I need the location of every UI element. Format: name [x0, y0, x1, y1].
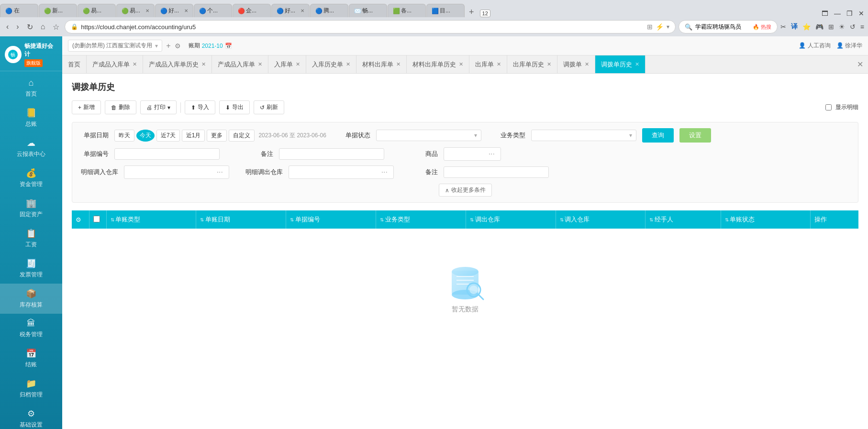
page-tab-mat-out[interactable]: 材料出库单 ✕	[356, 55, 407, 74]
user-service-link[interactable]: 👤 人工咨询	[799, 42, 830, 50]
scissors-icon[interactable]: ✂	[780, 23, 786, 31]
bookmark-button[interactable]: ☆	[50, 22, 62, 33]
brightness-icon[interactable]: ☀	[839, 23, 845, 31]
page-tab-prod-in-hist-close[interactable]: ✕	[201, 61, 206, 67]
th-checkbox[interactable]	[89, 210, 106, 229]
sidebar-item-closing[interactable]: 📅 结账	[0, 343, 62, 374]
export-button[interactable]: ⬇ 导出	[219, 100, 250, 114]
calendar-icon[interactable]: 📅	[225, 43, 232, 49]
week-btn[interactable]: 近7天	[156, 130, 180, 142]
month-btn[interactable]: 近1月	[182, 130, 205, 142]
th-status[interactable]: ⇅ 单账状态	[721, 210, 811, 229]
page-tab-mat-out-hist-close[interactable]: ✕	[459, 61, 463, 67]
order-no-input[interactable]	[114, 148, 220, 160]
goods-dots[interactable]: ···	[487, 150, 497, 158]
undo-icon[interactable]: ↺	[850, 23, 856, 31]
new-button[interactable]: + 新增	[72, 100, 101, 114]
sidebar-item-settings[interactable]: ⚙ 基础设置	[0, 404, 62, 429]
restore-icon[interactable]: 🗖	[822, 10, 828, 17]
sidebar-item-fund[interactable]: 💰 资金管理	[0, 163, 62, 193]
status-select[interactable]: ▾	[376, 130, 481, 141]
browser-tab-3[interactable]: 🟢 易...	[78, 4, 116, 17]
detail-out-dots[interactable]: ···	[379, 168, 389, 176]
detail-out-select[interactable]: ···	[289, 165, 394, 179]
page-tab-prod-in[interactable]: 产成品入库单 ✕	[87, 55, 143, 74]
search-input[interactable]	[695, 23, 753, 30]
sidebar-item-report[interactable]: ☁ 云报表中心	[0, 133, 62, 163]
page-tab-in-hist-close[interactable]: ✕	[346, 61, 350, 67]
page-tab-prod-in2-close[interactable]: ✕	[258, 61, 262, 67]
th-date[interactable]: ⇅ 单账日期	[196, 210, 286, 229]
th-gear[interactable]: ⚙	[72, 210, 89, 229]
tab-close-5[interactable]: ✕	[182, 8, 188, 13]
detail-in-select[interactable]: ···	[124, 165, 229, 179]
query-button[interactable]: 查询	[642, 128, 674, 143]
page-tab-in-hist[interactable]: 入库历史单 ✕	[306, 55, 356, 74]
browser-tab-11[interactable]: 🟩 各...	[388, 4, 426, 17]
import-button[interactable]: ⬆ 导入	[185, 100, 215, 114]
th-handler[interactable]: ⇅ 经手人	[645, 210, 721, 229]
custom-btn[interactable]: 自定义	[229, 130, 255, 142]
company-selector[interactable]: (勿删勿禁用) 江西服宝测试专用 ▾	[68, 40, 162, 52]
page-tab-mat-out-hist[interactable]: 材料出库单历史 ✕	[407, 55, 469, 74]
goods-select[interactable]: ···	[444, 147, 501, 161]
settings-button[interactable]: ⚙	[175, 42, 181, 50]
yesterday-btn[interactable]: 昨天	[114, 130, 134, 142]
remark-input[interactable]	[279, 148, 384, 160]
sidebar-item-salary[interactable]: 📋 工资	[0, 223, 62, 253]
tab-close-4[interactable]: ✕	[144, 8, 149, 13]
sidebar-item-archive[interactable]: 📁 归档管理	[0, 374, 62, 404]
show-cols-checkbox[interactable]	[825, 104, 832, 110]
page-tab-in-order-close[interactable]: ✕	[296, 61, 300, 67]
add-company-button[interactable]: +	[166, 42, 170, 50]
sidebar-item-asset[interactable]: 🏢 固定资产	[0, 193, 62, 223]
page-tab-transfer-hist-close[interactable]: ✕	[635, 61, 639, 67]
tab-close-8[interactable]: ✕	[299, 8, 304, 13]
address-bar[interactable]: 🔒 https://cloud.chanjet.com/accounting/u…	[65, 20, 675, 33]
collapse-button[interactable]: ∧ 收起更多条件	[439, 184, 492, 197]
select-all-checkbox[interactable]	[93, 216, 100, 222]
th-number[interactable]: ⇅ 单据编号	[286, 210, 376, 229]
browser-tab-10[interactable]: ✉️ 畅...	[349, 4, 387, 17]
page-tab-mat-out-close[interactable]: ✕	[396, 61, 401, 67]
reload-button[interactable]: ↻	[24, 22, 35, 33]
search-bar[interactable]: 🔍 🔥 热搜	[679, 20, 778, 33]
setting-button[interactable]: 设置	[679, 128, 711, 143]
translate-icon[interactable]: 译	[791, 22, 798, 31]
sidebar-item-home[interactable]: ⌂ 首页	[0, 73, 62, 103]
browser-tab-5[interactable]: 🔵 好... ✕	[155, 4, 193, 17]
browser-tab-9[interactable]: 🔵 腾...	[310, 4, 348, 17]
extension-icon[interactable]: ⭐	[802, 23, 811, 31]
sidebar-item-invoice[interactable]: 🧾 发票管理	[0, 253, 62, 284]
page-tab-transfer-close[interactable]: ✕	[585, 61, 589, 67]
page-tab-transfer-hist[interactable]: 调拨单历史 ✕	[595, 55, 645, 74]
close-window-icon[interactable]: ✕	[858, 10, 864, 17]
print-button[interactable]: 🖨 打印 ▾	[140, 100, 177, 114]
page-tab-out-order-close[interactable]: ✕	[497, 61, 501, 67]
page-tab-home[interactable]: 首页	[62, 55, 87, 74]
browser-tab-4[interactable]: 🟢 易... ✕	[116, 4, 155, 17]
page-tab-in-order[interactable]: 入库单 ✕	[268, 55, 306, 74]
gear-settings-icon[interactable]: ⚙	[76, 216, 81, 223]
today-btn[interactable]: 今天	[136, 130, 155, 142]
detail-in-dots[interactable]: ···	[215, 168, 225, 176]
close-all-tabs-button[interactable]: ✕	[852, 60, 868, 69]
browser-tab-7[interactable]: 🔴 企...	[233, 4, 271, 17]
browser-tab-8[interactable]: 🔵 好... ✕	[271, 4, 310, 17]
page-tab-prod-in-hist[interactable]: 产成品入库单历史 ✕	[143, 55, 212, 74]
remark2-input[interactable]	[444, 166, 549, 178]
refresh-button[interactable]: ↺ 刷新	[254, 100, 284, 114]
user-avatar[interactable]: 👤 徐泽华	[836, 42, 862, 50]
th-out-warehouse[interactable]: ⇅ 调出仓库	[466, 210, 556, 229]
th-type[interactable]: ⇅ 单账类型	[106, 210, 196, 229]
more-btn[interactable]: 更多	[207, 130, 227, 142]
maximize-icon[interactable]: ❐	[846, 10, 853, 17]
page-tab-out-hist-close[interactable]: ✕	[547, 61, 551, 67]
page-tab-out-order[interactable]: 出库单 ✕	[469, 55, 507, 74]
sidebar-item-tax[interactable]: 🏛 税务管理	[0, 314, 62, 343]
page-tab-out-hist[interactable]: 出库单历史 ✕	[507, 55, 557, 74]
page-tab-transfer[interactable]: 调拨单 ✕	[557, 55, 595, 74]
browser-tab-6[interactable]: 🔵 个...	[194, 4, 232, 17]
browser-tab-2[interactable]: 🟢 新...	[39, 4, 77, 17]
home-button[interactable]: ⌂	[38, 22, 48, 32]
